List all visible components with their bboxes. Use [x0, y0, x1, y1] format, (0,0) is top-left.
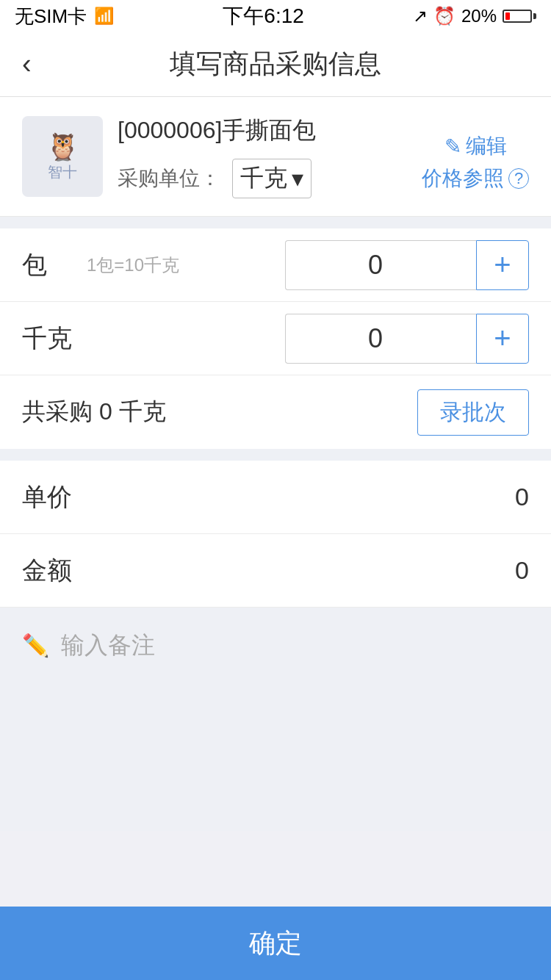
bag-row: 包 1包=10千克 +	[0, 228, 551, 302]
nav-bar: ‹ 填写商品采购信息	[0, 32, 551, 97]
input-section: 包 1包=10千克 + 千克 + 共采购 0 千克 录批次	[0, 228, 551, 449]
status-right: ↗ ⏰ 20%	[413, 6, 536, 26]
product-info: [0000006]手撕面包 ✎ 编辑 采购单位： 千克 ▾ 价格参照 ?	[118, 115, 529, 198]
bag-input-group: +	[285, 240, 529, 290]
kg-input-group: +	[285, 314, 529, 364]
unit-price-row: 单价 0	[0, 461, 551, 534]
battery-icon	[503, 10, 536, 23]
carrier-label: 无SIM卡	[15, 4, 87, 29]
bag-sublabel: 1包=10千克	[87, 253, 179, 277]
product-logo: 🦉 智十	[22, 116, 103, 197]
owl-icon: 🦉	[46, 131, 79, 162]
status-bar: 无SIM卡 📶 下午6:12 ↗ ⏰ 20%	[0, 0, 551, 32]
dropdown-icon: ▾	[292, 165, 303, 192]
bag-input[interactable]	[285, 240, 476, 290]
edit-icon: ✎	[444, 134, 461, 159]
pencil-icon: ✏️	[22, 633, 49, 658]
unit-price-label: 单价	[22, 480, 72, 514]
status-left: 无SIM卡 📶	[15, 4, 114, 29]
unit-price-value: 0	[515, 483, 529, 511]
page-title: 填写商品采购信息	[170, 46, 381, 82]
unit-value: 千克	[240, 162, 287, 195]
amount-value: 0	[515, 556, 529, 585]
edit-button[interactable]: ✎ 编辑	[444, 132, 507, 160]
unit-select[interactable]: 千克 ▾	[232, 159, 311, 198]
bag-plus-button[interactable]: +	[476, 240, 529, 290]
product-card: 🦉 智十 [0000006]手撕面包 ✎ 编辑 采购单位： 千克 ▾ 价格参照 …	[0, 97, 551, 217]
confirm-button[interactable]: 确定	[0, 907, 551, 980]
section-divider-1	[0, 217, 551, 228]
unit-label: 采购单位：	[118, 165, 220, 192]
back-button[interactable]: ‹	[22, 48, 32, 80]
wifi-icon: 📶	[94, 7, 114, 26]
location-icon: ↗	[413, 6, 428, 26]
price-ref-icon: ?	[508, 168, 529, 189]
batch-button[interactable]: 录批次	[417, 389, 529, 436]
status-time: 下午6:12	[223, 2, 304, 30]
confirm-label: 确定	[249, 926, 302, 962]
price-ref-button[interactable]: 价格参照 ?	[422, 165, 529, 192]
remark-placeholder: 输入备注	[61, 630, 155, 662]
logo-text: 智十	[48, 162, 77, 182]
amount-label: 金额	[22, 554, 72, 588]
battery-percent: 20%	[461, 6, 497, 26]
content-spacer	[0, 684, 551, 831]
product-unit-row: 采购单位： 千克 ▾ 价格参照 ?	[118, 159, 529, 198]
remark-section[interactable]: ✏️ 输入备注	[0, 608, 551, 684]
summary-text: 共采购 0 千克	[22, 396, 166, 428]
kg-label: 千克	[22, 322, 81, 356]
summary-row: 共采购 0 千克 录批次	[0, 375, 551, 449]
kg-input[interactable]	[285, 314, 476, 364]
kg-row: 千克 +	[0, 302, 551, 375]
amount-row: 金额 0	[0, 534, 551, 608]
price-section: 单价 0 金额 0	[0, 461, 551, 608]
alarm-icon: ⏰	[433, 6, 455, 26]
section-divider-2	[0, 449, 551, 461]
kg-plus-button[interactable]: +	[476, 314, 529, 364]
bag-label: 包	[22, 248, 81, 282]
